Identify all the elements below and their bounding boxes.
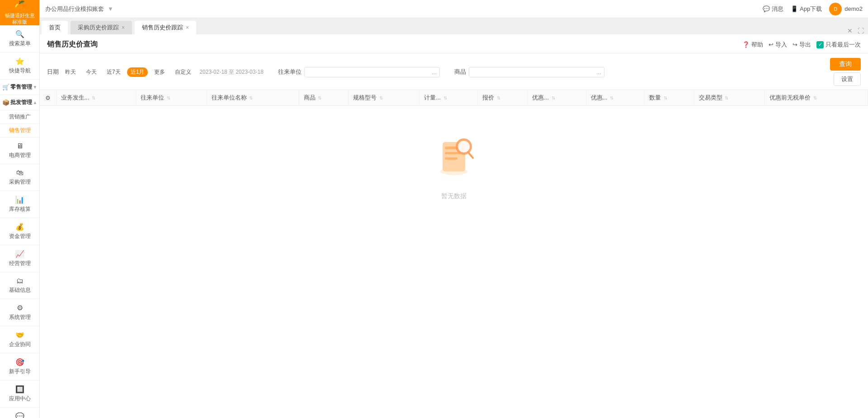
sidebar-item-label: 经营管理 [9, 260, 31, 267]
col-biz-date-sort: ⇅ [92, 95, 95, 100]
sidebar-item-retail[interactable]: 🛒 零售管理 ▼ [0, 80, 40, 95]
finance-icon: 💰 [15, 223, 24, 231]
product-input[interactable] [469, 67, 594, 77]
col-counterpart-code[interactable]: 往来单位 ⇅ [136, 90, 207, 106]
col-spec-label: 规格型号 [353, 94, 377, 101]
msg-icon: 💬 [763, 5, 770, 12]
svg-rect-4 [445, 157, 458, 160]
tab-home-label: 首页 [49, 24, 61, 32]
sidebar-item-system[interactable]: ⚙ 系统管理 [0, 299, 40, 326]
wholesale-icon: 📦 [2, 99, 9, 106]
msg-button[interactable]: 💬 消息 [763, 5, 783, 13]
tab-purchase-close[interactable]: × [122, 24, 125, 31]
tab-purchase-label: 采购历史价跟踪 [78, 24, 119, 32]
empty-state-text: 暂无数据 [441, 192, 467, 200]
sidebar-item-label: 系统管理 [9, 314, 31, 321]
sidebar-item-inventory[interactable]: 📊 库存核算 [0, 191, 40, 218]
counterpart-input-dots[interactable]: ... [429, 69, 439, 76]
wxwork-icon: 💬 [15, 412, 24, 418]
col-product-label: 商品 [304, 94, 316, 101]
app-download-button[interactable]: 📱 App下载 [791, 5, 822, 13]
help-label: 帮助 [751, 41, 763, 49]
window-controls: ✕ ⛶ [846, 27, 864, 34]
sidebar-item-wholesale[interactable]: 📦 批发管理 ▲ [0, 95, 40, 110]
date-filter-group: 日期 昨天 今天 近7天 近1月 更多 自定义 2023-02-18 至 202… [47, 67, 264, 77]
tab-purchase[interactable]: 采购历史价跟踪 × [71, 21, 132, 34]
col-counterpart-name[interactable]: 往来单位名称 ⇅ [207, 90, 299, 106]
col-product-sort: ⇅ [318, 95, 321, 100]
col-trade-type[interactable]: 交易类型 ⇅ [694, 90, 765, 106]
basics-icon: 🗂 [16, 277, 24, 285]
col-biz-date[interactable]: 业务发生... ⇅ [56, 90, 136, 106]
page-header: 销售历史价查询 ❓ 帮助 ↩ 导入 ↪ 导出 ✓ 只看最后一次 [40, 34, 868, 53]
chevron-up-icon: ▲ [33, 100, 38, 105]
sidebar-item-label: 快捷导航 [9, 67, 31, 75]
col-price-sort: ⇅ [497, 95, 500, 100]
window-maximize-btn[interactable]: ⛶ [857, 27, 864, 34]
window-close-btn[interactable]: ✕ [846, 27, 854, 34]
content-area: 销售历史价查询 ❓ 帮助 ↩ 导入 ↪ 导出 ✓ 只看最后一次 [40, 34, 868, 418]
filter-bar: 日期 昨天 今天 近7天 近1月 更多 自定义 2023-02-18 至 202… [40, 53, 868, 90]
product-input-wrapper: ... [469, 67, 604, 77]
help-button[interactable]: ❓ 帮助 [742, 41, 763, 49]
help-icon: ❓ [742, 41, 750, 48]
col-trade-type-label: 交易类型 [699, 94, 722, 101]
tab-window-controls: ✕ ⛶ [197, 27, 868, 34]
quick-nav-icon: ⭐ [15, 57, 24, 66]
user-profile[interactable]: D demo2 [829, 3, 863, 15]
sidebar-item-newuser[interactable]: 🎯 新手引导 [0, 353, 40, 380]
counterpart-input[interactable] [305, 67, 429, 77]
col-quantity[interactable]: 数量 ⇅ [644, 90, 694, 106]
col-gear[interactable]: ⚙ [40, 90, 56, 106]
only-last-toggle[interactable]: ✓ 只看最后一次 [816, 41, 861, 49]
sidebar-item-basics[interactable]: 🗂 基础信息 [0, 272, 40, 299]
sidebar-item-finance[interactable]: 💰 资金管理 [0, 218, 40, 245]
app-selector-chevron[interactable]: ▼ [108, 5, 113, 12]
product-input-dots[interactable]: ... [594, 69, 604, 76]
main-area: 办公用品行业模拟账套 ▼ 💬 消息 📱 App下载 D demo2 首页 [40, 0, 868, 418]
sidebar-item-purchase[interactable]: 🛍 采购管理 [0, 164, 40, 191]
tab-sales-close[interactable]: × [186, 24, 189, 31]
settings-button[interactable]: 设置 [834, 72, 861, 86]
sidebar-item-search-menu[interactable]: 🔍 搜索菜单 [0, 25, 40, 52]
col-price[interactable]: 报价 ⇅ [478, 90, 528, 106]
sidebar-item-enterprise[interactable]: 🤝 企业协同 [0, 326, 40, 353]
empty-state-icon [431, 133, 476, 187]
export-button[interactable]: ↪ 导出 [793, 41, 811, 49]
tab-sales[interactable]: 销售历史价跟踪 × [135, 21, 196, 34]
sidebar-item-wxwork[interactable]: 💬 企业微信 [0, 408, 40, 418]
date-btn-yesterday[interactable]: 昨天 [61, 67, 80, 77]
topbar-right: 💬 消息 📱 App下载 D demo2 [763, 3, 863, 15]
col-spec[interactable]: 规格型号 ⇅ [349, 90, 420, 106]
date-btn-custom[interactable]: 自定义 [171, 67, 195, 77]
date-btn-today[interactable]: 今天 [82, 67, 100, 77]
date-range-display: 2023-02-18 至 2023-03-18 [199, 68, 263, 76]
sidebar-item-label: 资金管理 [9, 233, 31, 240]
sidebar-item-label: 零售管理 [10, 83, 32, 91]
col-product[interactable]: 商品 ⇅ [299, 90, 349, 106]
sidebar-item-appstore[interactable]: 🔲 应用中心 [0, 380, 40, 408]
query-button[interactable]: 查询 [830, 58, 861, 71]
sidebar-item-marketing[interactable]: 营销推广 [0, 110, 40, 124]
only-last-checkbox[interactable]: ✓ [816, 41, 824, 48]
col-discount2[interactable]: 优惠... ⇅ [586, 90, 644, 106]
col-trade-type-sort: ⇅ [725, 95, 728, 100]
tabs-bar: 首页 采购历史价跟踪 × 销售历史价跟踪 × ✕ ⛶ [40, 18, 868, 34]
import-button[interactable]: ↩ 导入 [769, 41, 787, 49]
sidebar-item-quick-nav[interactable]: ⭐ 快捷导航 [0, 52, 40, 80]
inventory-icon: 📊 [15, 195, 24, 204]
sidebar-item-operations[interactable]: 📈 经营管理 [0, 245, 40, 272]
tab-home[interactable]: 首页 [42, 21, 68, 34]
import-label: 导入 [775, 41, 787, 49]
sidebar-item-sales-mgmt[interactable]: 销售管理 [0, 124, 40, 138]
col-pretax-price[interactable]: 优惠前无税单价 ⇅ [765, 90, 868, 106]
app-selector-label: 办公用品行业模拟账套 [45, 5, 104, 13]
date-btn-1month[interactable]: 近1月 [127, 67, 148, 77]
col-pretax-price-sort: ⇅ [813, 95, 817, 100]
sidebar-item-ecommerce[interactable]: 🖥 电商管理 [0, 138, 40, 164]
msg-label: 消息 [772, 5, 783, 13]
date-btn-7days[interactable]: 近7天 [103, 67, 124, 77]
col-unit[interactable]: 计量... ⇅ [420, 90, 478, 106]
date-btn-more[interactable]: 更多 [151, 67, 169, 77]
col-discount1[interactable]: 优惠... ⇅ [528, 90, 586, 106]
